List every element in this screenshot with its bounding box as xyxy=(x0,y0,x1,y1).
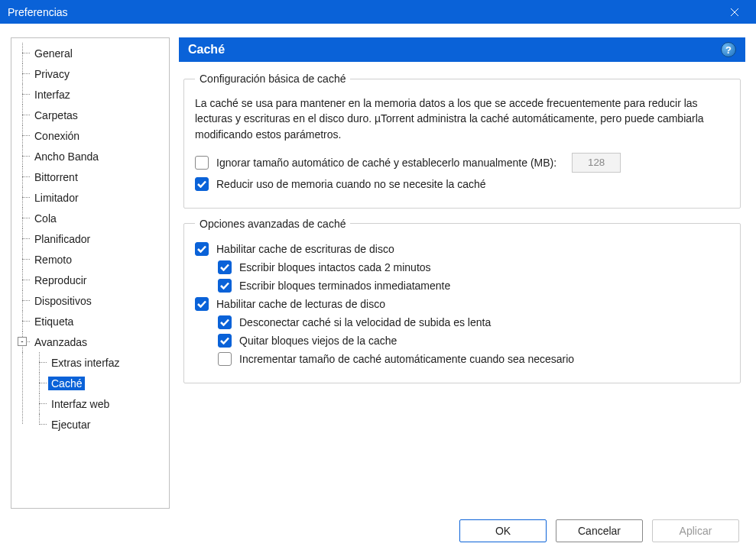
tree-item-label: Reproducir xyxy=(31,273,89,287)
tree-item-etiqueta[interactable]: Etiqueta xyxy=(15,311,166,331)
tree-item-conexión[interactable]: Conexión xyxy=(15,125,166,146)
group-advanced-legend: Opciones avanzadas de caché xyxy=(195,218,350,230)
tree-item-limitador[interactable]: Limitador xyxy=(15,187,166,208)
titlebar: Preferencias xyxy=(0,0,756,24)
row-override: Ignorar tamaño automático de caché y est… xyxy=(195,153,729,173)
window-title: Preferencias xyxy=(8,6,719,18)
checkbox-override[interactable] xyxy=(195,156,209,170)
tree-item-general[interactable]: General xyxy=(15,43,166,63)
checkbox-read-turnoff[interactable] xyxy=(218,315,232,329)
row-read-turnoff: Desconectar caché si la velocidad de sub… xyxy=(218,315,729,329)
checkbox-reduce[interactable] xyxy=(195,177,209,191)
tree-item-label: Cola xyxy=(31,212,60,225)
tree-item-label: Remoto xyxy=(31,253,75,267)
tree-item-label: Interfaz xyxy=(31,88,73,102)
panel-title: Caché xyxy=(188,43,225,57)
row-write-enable: Habilitar cache de escrituras de disco xyxy=(195,242,729,256)
label-write-finished: Escribir bloques terminados inmediatamen… xyxy=(239,280,450,292)
tree-item-label: Extras interfaz xyxy=(48,356,122,370)
tree-item-dispositivos[interactable]: Dispositivos xyxy=(15,290,166,311)
tree-item-ejecutar[interactable]: Ejecutar xyxy=(15,414,166,435)
tree-item-bittorrent[interactable]: Bittorrent xyxy=(15,167,166,187)
close-icon xyxy=(730,8,739,17)
label-write-intact: Escribir bloques intactos cada 2 minutos xyxy=(239,261,431,273)
tree-item-label: Ancho Banda xyxy=(31,150,102,163)
label-read-turnoff: Desconectar caché si la velocidad de sub… xyxy=(239,316,491,328)
checkbox-write-finished[interactable] xyxy=(218,279,232,293)
tree-item-carpetas[interactable]: Carpetas xyxy=(15,105,166,125)
label-read-enable: Habilitar cache de lecturas de disco xyxy=(216,298,385,310)
tree-item-label: Etiqueta xyxy=(31,315,76,328)
tree-item-label: Avanzadas xyxy=(31,335,90,349)
tree-item-interfaz-web[interactable]: Interfaz web xyxy=(15,393,166,414)
apply-button[interactable]: Aplicar xyxy=(652,519,739,542)
tree-item-reproducir[interactable]: Reproducir xyxy=(15,270,166,290)
row-write-finished: Escribir bloques terminados inmediatamen… xyxy=(218,279,729,293)
tree-item-label: Planificador xyxy=(31,232,93,246)
input-cache-size[interactable] xyxy=(572,153,621,173)
tree-item-label: Limitador xyxy=(31,191,82,205)
nav-tree: GeneralPrivacyInterfazCarpetasConexiónAn… xyxy=(11,37,170,509)
checkbox-read-increase[interactable] xyxy=(218,352,232,366)
basic-description: La caché se usa para mantener en la memo… xyxy=(195,95,729,142)
checkbox-read-remove[interactable] xyxy=(218,334,232,348)
row-reduce: Reducir uso de memoria cuando no se nece… xyxy=(195,177,729,191)
tree-item-planificador[interactable]: Planificador xyxy=(15,228,166,249)
row-read-remove: Quitar bloques viejos de la cache xyxy=(218,334,729,348)
ok-button[interactable]: OK xyxy=(459,519,547,542)
tree-item-interfaz[interactable]: Interfaz xyxy=(15,84,166,105)
panel-header: Caché ? xyxy=(179,37,745,62)
checkbox-write-enable[interactable] xyxy=(195,242,209,256)
checkbox-write-intact[interactable] xyxy=(218,260,232,274)
tree-item-label: Conexión xyxy=(31,129,83,143)
tree-item-extras-interfaz[interactable]: Extras interfaz xyxy=(15,352,166,373)
label-reduce: Reducir uso de memoria cuando no se nece… xyxy=(216,178,486,190)
tree-item-avanzadas[interactable]: -Avanzadas xyxy=(15,331,166,352)
row-read-enable: Habilitar cache de lecturas de disco xyxy=(195,297,729,311)
tree-item-label: Caché xyxy=(48,377,85,390)
tree-item-label: Carpetas xyxy=(31,108,81,122)
content-panel: Caché ? Configuración básica de caché La… xyxy=(179,37,745,509)
tree-item-label: Ejecutar xyxy=(48,418,93,432)
label-read-increase: Incrementar tamaño de caché automáticame… xyxy=(239,353,574,365)
tree-item-caché[interactable]: Caché xyxy=(15,373,166,393)
tree-item-remoto[interactable]: Remoto xyxy=(15,249,166,270)
tree-item-label: Bittorrent xyxy=(31,170,81,184)
group-basic-legend: Configuración básica de caché xyxy=(195,73,350,85)
tree-item-label: General xyxy=(31,47,76,60)
row-read-increase: Incrementar tamaño de caché automáticame… xyxy=(218,352,729,366)
tree-item-ancho-banda[interactable]: Ancho Banda xyxy=(15,146,166,167)
group-basic: Configuración básica de caché La caché s… xyxy=(183,73,741,209)
label-override: Ignorar tamaño automático de caché y est… xyxy=(216,157,556,169)
help-icon[interactable]: ? xyxy=(721,42,736,57)
tree-item-label: Interfaz web xyxy=(48,397,112,411)
label-read-remove: Quitar bloques viejos de la cache xyxy=(239,335,397,347)
tree-item-label: Privacy xyxy=(31,67,73,81)
checkbox-read-enable[interactable] xyxy=(195,297,209,311)
row-write-intact: Escribir bloques intactos cada 2 minutos xyxy=(218,260,729,274)
tree-expander-icon[interactable]: - xyxy=(18,337,27,346)
group-advanced: Opciones avanzadas de caché Habilitar ca… xyxy=(183,218,741,383)
tree-item-cola[interactable]: Cola xyxy=(15,208,166,228)
tree-item-label: Dispositivos xyxy=(31,294,95,308)
cancel-button[interactable]: Cancelar xyxy=(556,519,643,542)
close-button[interactable] xyxy=(719,0,750,24)
dialog-footer: OK Cancelar Aplicar xyxy=(0,509,756,553)
label-write-enable: Habilitar cache de escrituras de disco xyxy=(216,243,394,255)
tree-item-privacy[interactable]: Privacy xyxy=(15,63,166,84)
